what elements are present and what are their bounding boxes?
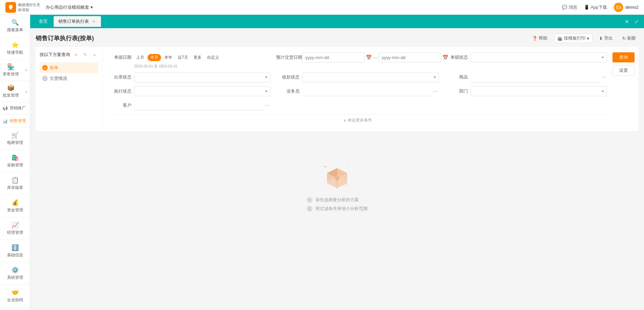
- retail-expand-icon: ▾: [25, 68, 27, 72]
- salesman-input[interactable]: [302, 86, 432, 96]
- tab-bar-right: ✕ ⤢: [623, 17, 640, 26]
- sidebar-item-inventory[interactable]: 📋 库存核算: [0, 172, 30, 195]
- execution-select[interactable]: [134, 86, 271, 96]
- left-nav-debt[interactable]: ⊙ 欠货情况: [40, 73, 98, 84]
- date-tab-last-month[interactable]: 上月: [134, 54, 146, 61]
- marketing-icon: 📢: [3, 106, 8, 111]
- settings-button[interactable]: 设置: [612, 65, 635, 76]
- date-tab-more[interactable]: 更多: [192, 54, 204, 61]
- top-header: 畅捷通好生意 标准版 办公用品行业模拟账套 ▾ 💬 消息 📱 App下载 Ea …: [0, 0, 644, 15]
- app-download-action[interactable]: 📱 App下载: [584, 4, 607, 10]
- inventory-icon: 📋: [11, 176, 19, 184]
- dept-control: [471, 86, 607, 96]
- expected-date-group: 📅 — 📅: [302, 52, 448, 62]
- filter-date-item: 单据日期 上月 本月 本年 近7天 更多 自定义: [108, 54, 271, 61]
- finance-label: 资金管理: [7, 207, 23, 213]
- filter-main-panel: 单据日期 上月 本月 本年 近7天 更多 自定义: [103, 47, 612, 131]
- status-label: 单据状态: [444, 54, 468, 60]
- content-area: 首页 销售订单执行表 ✕ ✕ ⤢ 销售订单执行表(按单) ❓ 帮助: [30, 15, 644, 310]
- salesman-more-icon[interactable]: ···: [432, 88, 439, 94]
- sidebar-item-system[interactable]: ⚙️ 系统管理: [0, 262, 30, 285]
- date-control: 上月 本月 本年 近7天 更多 自定义: [134, 54, 271, 61]
- left-panel-collapse-btn[interactable]: «: [91, 51, 98, 58]
- date-range-display: 2023-03-01 至 2023-03-31: [108, 64, 607, 69]
- date-tab-this-month[interactable]: 本月: [148, 54, 161, 61]
- date-tab-this-year[interactable]: 本年: [162, 54, 174, 61]
- purchase-label: 采购管理: [7, 162, 23, 168]
- left-panel-title: 按以下方案查询: [40, 52, 70, 58]
- date-label: 单据日期: [108, 54, 131, 60]
- export-icon: ⬇: [599, 36, 603, 41]
- collection-select[interactable]: [302, 72, 439, 82]
- date-tab-custom[interactable]: 自定义: [205, 54, 221, 61]
- expected-date-to[interactable]: [379, 52, 441, 62]
- customer-more-icon[interactable]: ···: [264, 102, 271, 108]
- goods-input[interactable]: [471, 72, 600, 82]
- sidebar-item-wholesale[interactable]: 📦 批发管理 ▴: [0, 81, 30, 102]
- logo-area: 畅捷通好生意 标准版: [5, 2, 40, 13]
- app-download-label: App下载: [591, 4, 607, 10]
- user-name: demo2: [625, 5, 639, 10]
- expected-date-from[interactable]: [302, 52, 365, 62]
- tab-expand-btn[interactable]: ⤢: [633, 17, 640, 26]
- query-button[interactable]: 查询: [612, 52, 635, 62]
- outbound-select[interactable]: [134, 72, 271, 82]
- tab-sales-order-label: 销售订单执行表: [58, 18, 89, 24]
- sidebar-item-quick-nav[interactable]: ⭐ 快捷导航: [0, 37, 30, 60]
- sidebar-item-purchase[interactable]: 🛍️ 采购管理: [0, 150, 30, 172]
- wholesale-label: 批发管理: [3, 93, 19, 98]
- collapse-bar[interactable]: ∧ 收起更多条件: [108, 114, 607, 126]
- date-tab-7days[interactable]: 近7天: [176, 54, 190, 61]
- refresh-btn[interactable]: ↻ 刷新: [620, 34, 639, 43]
- sidebar-item-basic[interactable]: ℹ️ 基础信息: [0, 240, 30, 262]
- dept-select[interactable]: [471, 86, 607, 96]
- sidebar-item-search-menu[interactable]: 🔍 搜索菜单: [0, 15, 30, 37]
- enterprise-name: 办公用品行业模拟账套: [46, 4, 89, 10]
- empty-tip-2: 2 用过滤条件来缩小分析范围: [307, 206, 368, 212]
- search-menu-icon: 🔍: [11, 19, 19, 26]
- customer-input[interactable]: [134, 100, 264, 110]
- print-btn[interactable]: 🖨️ 按模板打印 ▾: [554, 34, 592, 43]
- quick-nav-label: 快捷导航: [7, 50, 23, 55]
- status-select[interactable]: [471, 52, 607, 62]
- salesman-control: ···: [302, 86, 439, 96]
- svg-point-12: [338, 177, 339, 178]
- enterprise-selector[interactable]: 办公用品行业模拟账套 ▾: [43, 3, 96, 12]
- left-panel-edit-btn[interactable]: ✎: [82, 51, 89, 58]
- tab-home[interactable]: 首页: [34, 16, 52, 27]
- sidebar-item-ecommerce[interactable]: 🛒 电商管理: [0, 127, 30, 150]
- wholesale-expand-icon: ▴: [25, 90, 27, 93]
- sidebar-item-operations[interactable]: 📈 经营管理: [0, 217, 30, 240]
- filter-goods-item: 商品 ···: [444, 72, 607, 82]
- export-btn[interactable]: ⬇ 导出: [596, 34, 615, 43]
- message-action[interactable]: 💬 消息: [562, 4, 577, 10]
- sidebar-subitem-marketing[interactable]: 📢 营销推广: [0, 102, 30, 115]
- sidebar-item-retail[interactable]: 🏪 零售管理 ▾: [0, 60, 30, 81]
- sidebar-item-newbie[interactable]: 🚀 新手引导: [0, 307, 30, 310]
- print-icon: 🖨️: [557, 36, 562, 41]
- outbound-label: 出库状态: [108, 74, 131, 80]
- tab-close-icon[interactable]: ✕: [91, 19, 96, 24]
- user-info[interactable]: Ea demo2: [614, 3, 639, 12]
- sidebar-item-enterprise[interactable]: 🤝 企业协同: [0, 285, 30, 307]
- sidebar-item-finance[interactable]: 💰 资金管理: [0, 195, 30, 217]
- tab-close-all-btn[interactable]: ✕: [623, 17, 630, 26]
- expected-date-from-calendar-icon[interactable]: 📅: [366, 55, 372, 60]
- left-panel-header: 按以下方案查询 + ✎ «: [40, 51, 98, 58]
- left-panel-add-btn[interactable]: +: [72, 51, 79, 58]
- svg-text:✦: ✦: [324, 164, 327, 169]
- help-btn[interactable]: ❓ 帮助: [529, 34, 550, 43]
- tab-sales-order[interactable]: 销售订单执行表 ✕: [54, 16, 101, 27]
- empty-state: ✦ ✦ ✦ 1 请先选择要分析的方案: [36, 131, 639, 239]
- help-label: 帮助: [539, 35, 547, 41]
- page-title-bar: 销售订单执行表(按单) ❓ 帮助 🖨️ 按模板打印 ▾ ⬇ 导出: [36, 34, 639, 43]
- collection-label: 收款状态: [276, 74, 300, 80]
- sidebar-subitem-sales[interactable]: 📊 销售管理: [0, 115, 30, 127]
- sales-label: 销售管理: [10, 118, 26, 124]
- left-nav-order[interactable]: ⊙ 按单: [40, 62, 98, 73]
- empty-tip-1: 1 请先选择要分析的方案: [307, 197, 368, 203]
- goods-control: ···: [471, 72, 607, 82]
- sales-icon: 📊: [3, 119, 8, 123]
- date-tabs: 上月 本月 本年 近7天 更多 自定义: [134, 54, 221, 61]
- goods-more-icon[interactable]: ···: [600, 74, 607, 80]
